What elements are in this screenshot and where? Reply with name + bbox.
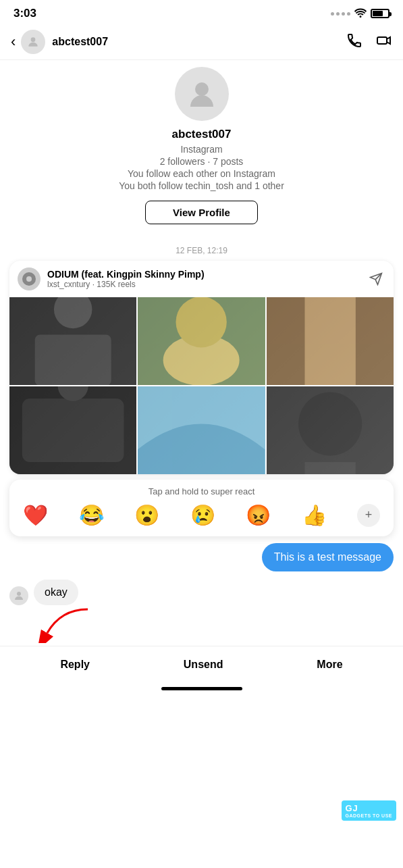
svg-point-2: [195, 82, 209, 96]
svg-rect-19: [304, 462, 355, 474]
svg-point-10: [176, 297, 227, 347]
profile-username: abctest007: [172, 128, 232, 141]
nav-avatar: [21, 30, 45, 54]
reel-title: ODIUM (feat. Kingpin Skinny Pimp): [47, 269, 360, 280]
received-message-bubble: okay: [34, 580, 78, 605]
emoji-laugh[interactable]: 😂: [79, 503, 104, 527]
profile-platform: Instagram: [180, 144, 222, 155]
nav-username[interactable]: abctest007: [52, 36, 346, 48]
svg-point-4: [26, 276, 32, 282]
signal-icon: [331, 12, 350, 16]
reel-cell-3: [267, 297, 394, 385]
svg-point-18: [298, 392, 362, 456]
emoji-thumbsup[interactable]: 👍: [302, 503, 327, 527]
status-time: 3:03: [14, 7, 36, 20]
nav-actions: [346, 32, 392, 52]
watermark: GJ GADGETS TO USE: [342, 800, 397, 821]
arrow-container: [0, 609, 403, 643]
reaction-overlay: Tap and hold to super react ❤️ 😂 😮 😢 😡 👍…: [9, 480, 394, 536]
svg-rect-12: [304, 297, 355, 385]
sent-message-area: This is a test message: [0, 536, 403, 576]
svg-rect-1: [377, 37, 387, 44]
send-icon[interactable]: [367, 270, 385, 288]
reel-grid: [9, 297, 394, 474]
home-indicator: [0, 680, 403, 694]
bottom-actions-row: Reply Unsend More: [0, 646, 403, 680]
bottom-action-bar: Reply Unsend More: [0, 646, 403, 680]
unsend-button[interactable]: Unsend: [170, 656, 237, 673]
home-bar: [161, 687, 242, 690]
profile-mutual: You both follow techin_tosh and 1 other: [119, 180, 284, 191]
reply-arrow-icon: [20, 603, 101, 643]
video-icon[interactable]: [376, 32, 392, 52]
add-reaction-button[interactable]: +: [357, 504, 380, 527]
date-separator: 12 FEB, 12:19: [0, 238, 403, 261]
reel-avatar: [18, 267, 41, 290]
reel-cell-6: [267, 386, 394, 474]
reel-info: ODIUM (feat. Kingpin Skinny Pimp) lxst_c…: [47, 269, 360, 289]
profile-section: abctest007 Instagram 2 followers · 7 pos…: [0, 60, 403, 238]
reel-subtitle: lxst_cxntury · 135K reels: [47, 280, 360, 289]
svg-rect-6: [35, 335, 111, 385]
call-icon[interactable]: [346, 32, 362, 52]
reply-button[interactable]: Reply: [47, 656, 103, 673]
back-button[interactable]: ‹: [11, 30, 21, 53]
emoji-wow[interactable]: 😮: [134, 503, 159, 527]
view-profile-button[interactable]: View Profile: [145, 201, 258, 224]
reel-cell-5: [138, 386, 265, 474]
reel-cell-2: [138, 297, 265, 385]
profile-stats: 2 followers · 7 posts: [160, 156, 244, 167]
reaction-row: ❤️ 😂 😮 😢 😡 👍 +: [20, 503, 383, 527]
battery-icon: [371, 9, 389, 18]
reel-cell-4: [9, 386, 136, 474]
profile-avatar: [175, 67, 229, 121]
nav-header: ‹ abctest007: [0, 24, 403, 60]
wifi-icon: [354, 8, 367, 20]
svg-rect-14: [22, 399, 124, 462]
svg-point-0: [31, 37, 36, 42]
reel-card-header: ODIUM (feat. Kingpin Skinny Pimp) lxst_c…: [9, 261, 394, 297]
reel-cell-1: [9, 297, 136, 385]
reel-card[interactable]: ODIUM (feat. Kingpin Skinny Pimp) lxst_c…: [9, 261, 394, 474]
more-button[interactable]: More: [303, 656, 356, 673]
status-bar: 3:03: [0, 0, 403, 24]
emoji-cry[interactable]: 😢: [190, 503, 215, 527]
status-icons: [331, 8, 389, 20]
sent-message-bubble: This is a test message: [262, 543, 394, 571]
profile-follow-info: You follow each other on Instagram: [128, 168, 275, 179]
svg-point-20: [17, 592, 21, 596]
emoji-angry[interactable]: 😡: [246, 503, 271, 527]
reaction-hint: Tap and hold to super react: [20, 486, 383, 496]
emoji-heart[interactable]: ❤️: [23, 503, 48, 527]
